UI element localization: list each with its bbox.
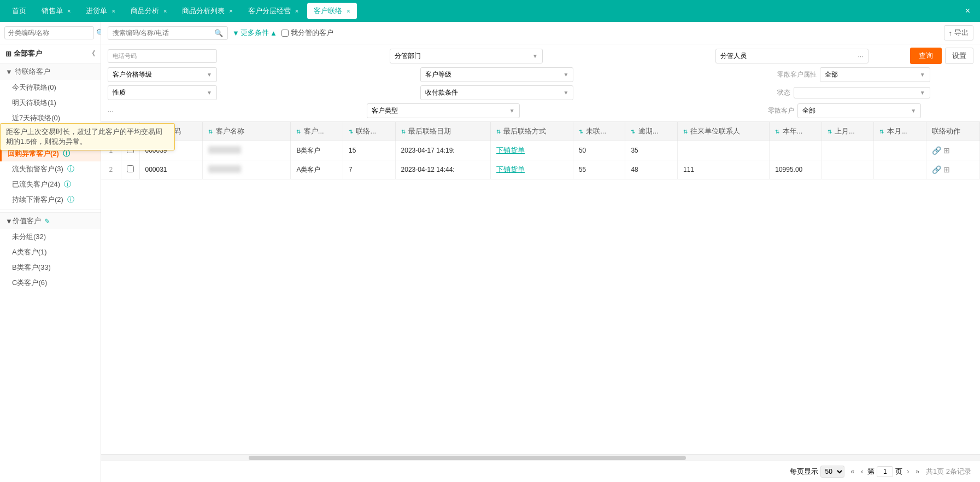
- sidebar-item-b-class[interactable]: B类客户(33): [0, 260, 101, 275]
- sort-last-date-icon[interactable]: ⇅: [401, 129, 406, 135]
- customer-grade-filter[interactable]: 客户等级 ▼: [420, 67, 573, 82]
- row1-last-method-link[interactable]: 下销货单: [496, 146, 525, 154]
- sort-name-icon[interactable]: ⇅: [208, 129, 213, 135]
- sort-this-year-icon[interactable]: ⇅: [775, 129, 779, 135]
- row1-link-icon[interactable]: 🔗: [932, 146, 941, 155]
- row2-code: 000031: [139, 160, 203, 179]
- export-icon: ↑: [949, 29, 953, 37]
- col-last-month: ⇅ 上月...: [821, 122, 874, 141]
- next-page-btn[interactable]: ›: [905, 467, 911, 477]
- customer-type-filter[interactable]: 客户类型 ▼: [367, 103, 520, 118]
- sidebar-item-declining[interactable]: 持续下滑客户(2) ⓘ: [0, 192, 101, 207]
- sort-overdue-icon[interactable]: ⇅: [631, 129, 635, 135]
- sidebar-item-a-class[interactable]: A类客户(1): [0, 245, 101, 260]
- more-filters-btn[interactable]: ▼ 更多条件 ▲: [232, 28, 277, 38]
- nav-customer-contact[interactable]: 客户联络 ×: [307, 3, 356, 19]
- table-scrollbar[interactable]: [101, 454, 980, 461]
- page-input[interactable]: [877, 466, 893, 477]
- price-grade-filter[interactable]: 客户价格等级 ▼: [108, 67, 217, 82]
- sort-type-icon[interactable]: ⇅: [296, 129, 301, 135]
- my-customer-checkbox[interactable]: [281, 30, 289, 37]
- row2-contact: 7: [343, 160, 396, 179]
- nav-product-list[interactable]: 商品分析列表 ×: [175, 3, 239, 19]
- close-product-list-icon[interactable]: ×: [229, 8, 232, 14]
- sidebar-item-today[interactable]: 今天待联络(0): [0, 80, 101, 95]
- nav-customer-stratify[interactable]: 客户分层经营 ×: [242, 3, 305, 19]
- search-input[interactable]: [113, 29, 212, 37]
- sidebar-item-churn-warning[interactable]: 流失预警客户(3) ⓘ: [0, 161, 101, 177]
- close-customer-contact-icon[interactable]: ×: [347, 8, 350, 14]
- close-product-analysis-icon[interactable]: ×: [163, 8, 167, 14]
- export-btn[interactable]: ↑ 导出: [944, 25, 974, 40]
- per-page-select[interactable]: 50: [820, 466, 844, 478]
- row2-checkbox[interactable]: [127, 165, 134, 172]
- global-close-icon[interactable]: ×: [961, 4, 975, 18]
- prev-page-btn[interactable]: ‹: [859, 467, 865, 477]
- status-dropdown-icon: ▼: [920, 90, 925, 96]
- collapse-icon[interactable]: 《: [89, 49, 95, 59]
- search-magnifier-icon[interactable]: 🔍: [214, 29, 223, 37]
- nav-home[interactable]: 首页: [5, 3, 33, 19]
- sidebar-item-churned[interactable]: 已流失客户(24) ⓘ: [0, 177, 101, 192]
- info-icon-churn: ⓘ: [67, 165, 74, 173]
- query-btn[interactable]: 查询: [910, 48, 942, 64]
- row2-checkbox-cell: [121, 160, 139, 179]
- close-purchase-icon[interactable]: ×: [112, 8, 115, 14]
- settings-btn[interactable]: 设置: [945, 48, 973, 64]
- sidebar-all-customers[interactable]: ⊞ 全部客户 《: [0, 44, 101, 63]
- chevron-up-icon: ▲: [270, 29, 277, 37]
- sort-last-method-icon[interactable]: ⇅: [496, 129, 501, 135]
- payment-dropdown-icon: ▼: [563, 90, 568, 96]
- row2-last-method-link[interactable]: 下销货单: [496, 165, 525, 173]
- filter-row-4: ··· 客户类型 ▼ 零散客户 全部 ▼: [108, 103, 973, 118]
- last-page-btn[interactable]: »: [913, 467, 922, 477]
- arrow-down-icon-2: ▼: [5, 217, 13, 225]
- scrollbar-thumb[interactable]: [249, 456, 686, 460]
- sort-unit-contact-icon[interactable]: ⇅: [683, 129, 688, 135]
- search-box[interactable]: 🔍: [108, 26, 228, 40]
- status-filter[interactable]: ▼: [794, 87, 930, 98]
- nav-product-analysis[interactable]: 商品分析 ×: [124, 3, 173, 19]
- sort-this-month-icon[interactable]: ⇅: [879, 129, 884, 135]
- pagination-controls: « ‹ 第 页 › »: [849, 466, 922, 477]
- edit-icon-sidebar[interactable]: ✎: [44, 217, 50, 225]
- row2-link-icon[interactable]: 🔗: [932, 165, 941, 174]
- arrow-down-icon: ▼: [5, 68, 13, 76]
- payment-condition-filter[interactable]: 收付款条件 ▼: [420, 85, 573, 100]
- table-container[interactable]: ⚙ ⇅ 客户编码 ⇅ 客户名称: [101, 122, 980, 454]
- scatter-property-container: 零散客户属性 全部 ▼: [777, 67, 930, 82]
- row2-uncontact: 55: [573, 160, 625, 179]
- dept-filter[interactable]: 分管部门 ▼: [390, 49, 543, 63]
- row1-grid-icon[interactable]: ⊞: [943, 146, 950, 155]
- sort-last-month-icon[interactable]: ⇅: [828, 129, 832, 135]
- sidebar-item-ungroup[interactable]: 未分组(32): [0, 229, 101, 245]
- sidebar-group-pending[interactable]: ▼ 待联络客户: [0, 63, 101, 80]
- table-row: 1 000039 B类客户 15 2023-04-17 14:19: 下销货单: [101, 141, 980, 160]
- sidebar-search-input[interactable]: [4, 26, 94, 39]
- manager-filter[interactable]: 分管人员 ···: [715, 49, 868, 63]
- row2-action: 🔗 ⊞: [926, 160, 979, 179]
- sidebar-value-customer-group[interactable]: ▼ 价值客户 ✎: [0, 212, 101, 229]
- row1-action-icons: 🔗 ⊞: [932, 146, 974, 155]
- row4-ellipsis[interactable]: ···: [108, 107, 114, 115]
- scatter-customer-filter[interactable]: 全部 ▼: [797, 103, 921, 118]
- sidebar-item-c-class[interactable]: C类客户(6): [0, 275, 101, 291]
- sidebar-item-tomorrow[interactable]: 明天待联络(1): [0, 95, 101, 111]
- phone-filter[interactable]: 电话号码: [108, 49, 217, 63]
- customer-table: ⚙ ⇅ 客户编码 ⇅ 客户名称: [101, 122, 980, 179]
- sidebar-search-icon[interactable]: 🔍: [96, 28, 101, 37]
- scatter-property-filter[interactable]: 全部 ▼: [820, 67, 930, 82]
- divider-2: [0, 210, 101, 210]
- nav-sales[interactable]: 销售单 ×: [35, 3, 77, 19]
- nature-filter[interactable]: 性质 ▼: [108, 85, 217, 100]
- col-unit-contact: ⇅ 往来单位联系人: [677, 122, 769, 141]
- row2-grid-icon[interactable]: ⊞: [943, 165, 950, 174]
- first-page-btn[interactable]: «: [849, 467, 857, 477]
- close-customer-stratify-icon[interactable]: ×: [295, 8, 298, 14]
- sort-uncontact-icon[interactable]: ⇅: [579, 129, 583, 135]
- filter-icon: ▼: [232, 29, 239, 37]
- sort-contact-icon[interactable]: ⇅: [349, 129, 353, 135]
- nav-purchase[interactable]: 进货单 ×: [79, 3, 121, 19]
- close-sales-icon[interactable]: ×: [67, 8, 71, 14]
- info-icon-declining: ⓘ: [67, 195, 74, 204]
